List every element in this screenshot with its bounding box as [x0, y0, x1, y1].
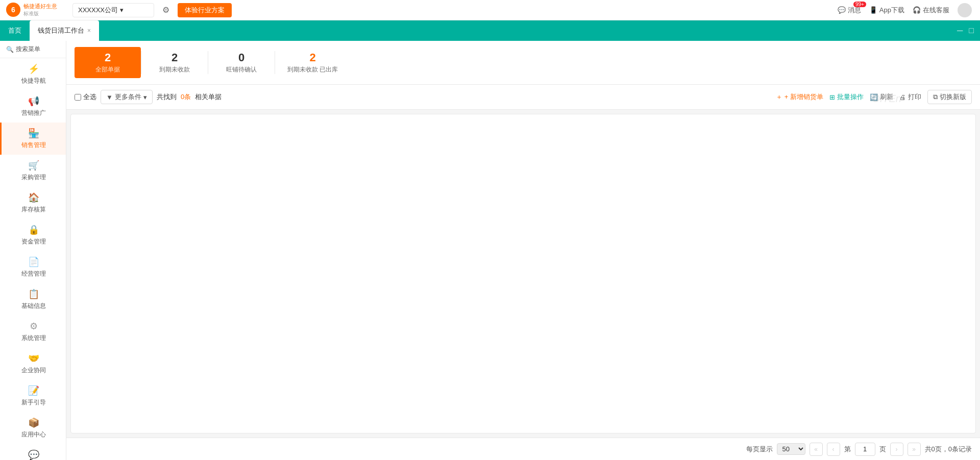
- sales-icon: 🏪: [28, 128, 39, 139]
- sidebar-item-basic-info-label: 基础信息: [21, 302, 46, 310]
- app-center-icon: 📦: [28, 417, 39, 428]
- purchase-icon: 🛒: [28, 160, 39, 171]
- filter-chevron-icon: ▾: [143, 93, 147, 101]
- guide-icon: 📝: [28, 385, 39, 396]
- chevron-down-icon: ▾: [120, 6, 124, 14]
- settings-button[interactable]: ⚙: [158, 3, 174, 18]
- stat-card-overdue[interactable]: 2 到期未收款: [141, 47, 208, 78]
- search-icon: 🔍: [6, 46, 14, 53]
- sidebar-item-app-center-label: 应用中心: [21, 430, 46, 439]
- batch-label: 批量操作: [837, 92, 864, 102]
- search-menu-item[interactable]: 🔍 搜索菜单: [0, 41, 66, 58]
- logo-title: 畅捷通好生意: [23, 3, 57, 10]
- select-all-checkbox[interactable]: 全选: [75, 92, 96, 102]
- sidebar-item-inventory[interactable]: 🏠 库存核算: [0, 187, 66, 219]
- company-name: XXXXXX公司: [78, 6, 118, 15]
- message-icon: 💬: [838, 6, 846, 14]
- company-selector[interactable]: XXXXXX公司 ▾: [72, 3, 154, 17]
- print-label: 打印: [908, 92, 921, 102]
- add-label: + 新增销货单: [785, 92, 823, 102]
- prev-page-button[interactable]: ‹: [827, 443, 840, 456]
- sidebar-item-enterprise[interactable]: 🤝 企业协同: [0, 348, 66, 380]
- basic-info-icon: 📋: [28, 288, 39, 300]
- select-all-label: 全选: [83, 92, 96, 102]
- sidebar-item-wechat[interactable]: 💬 企业微信: [0, 444, 66, 460]
- stats-row: 2 全部单据 2 到期未收款 0 旺铺待确认 2 到期未收款 已出库: [66, 41, 980, 85]
- sidebar-item-system[interactable]: ⚙ 系统管理: [0, 316, 66, 348]
- sidebar-item-quick-nav-label: 快捷导航: [21, 77, 46, 85]
- print-icon: 🖨: [899, 93, 906, 101]
- logo-badge: 标准版: [23, 10, 57, 17]
- maximize-window-button[interactable]: □: [967, 24, 976, 37]
- sidebar-item-sales-label: 销售管理: [21, 141, 46, 150]
- first-page-button[interactable]: «: [810, 443, 823, 456]
- sidebar-item-operation[interactable]: 📄 经营管理: [0, 251, 66, 283]
- stat-label-overdue: 到期未收款: [154, 65, 195, 74]
- sidebar-item-app-center[interactable]: 📦 应用中心: [0, 412, 66, 444]
- logo-area: 6 畅捷通好生意 标准版: [6, 3, 72, 17]
- sidebar-item-basic-info[interactable]: 📋 基础信息: [0, 283, 66, 316]
- home-tab[interactable]: 首页: [0, 20, 30, 41]
- message-badge: 99+: [853, 2, 866, 7]
- nav-right-buttons: ─ □: [955, 24, 980, 37]
- minimize-window-button[interactable]: ─: [955, 24, 965, 37]
- batch-operation-button[interactable]: ⊞ 批量操作: [829, 92, 864, 102]
- sidebar-item-marketing[interactable]: 📢 营销推广: [0, 90, 66, 123]
- message-button[interactable]: 💬 消息 99+: [838, 6, 861, 15]
- stat-label-shipped: 到期未收款 已出库: [287, 65, 338, 74]
- stat-num-shipped: 2: [287, 51, 338, 64]
- sidebar-item-guide[interactable]: 📝 新手引导: [0, 380, 66, 412]
- logo-icon: 6: [6, 3, 20, 17]
- add-icon: ＋: [776, 92, 782, 102]
- online-service-button[interactable]: 🎧 在线客服: [913, 6, 949, 15]
- online-service-label: 在线客服: [923, 6, 949, 15]
- app-download-button[interactable]: 📱 App下载: [869, 6, 904, 15]
- switch-version-button[interactable]: ⧉ 切换新版: [927, 90, 972, 104]
- refresh-button[interactable]: 🔄 刷新: [870, 92, 893, 102]
- workbench-tab-label: 钱货日清工作台: [38, 26, 84, 35]
- add-sale-order-button[interactable]: ＋ + 新增销货单: [776, 92, 823, 102]
- last-page-button[interactable]: »: [908, 443, 921, 456]
- find-suffix: 相关单据: [195, 92, 222, 102]
- batch-icon: ⊞: [829, 93, 835, 101]
- refresh-label: 刷新: [880, 92, 893, 102]
- sidebar: 🔍 搜索菜单 ⚡ 快捷导航 📢 营销推广 🏪 销售管理 🛒 采购管理 🏠 库存核…: [0, 41, 66, 460]
- pagination-bar: 每页显示 50 100 200 « ‹ 第 页 › » 共0页，0条记录: [66, 438, 980, 460]
- close-tab-icon[interactable]: ×: [87, 27, 91, 34]
- sidebar-item-finance[interactable]: 🔒 资金管理: [0, 219, 66, 251]
- stat-num-all: 2: [87, 51, 129, 64]
- sidebar-item-inventory-label: 库存核算: [21, 205, 46, 214]
- stat-card-shipped[interactable]: 2 到期未收款 已出库: [275, 47, 350, 78]
- refresh-icon: 🔄: [870, 93, 878, 101]
- quick-nav-icon: ⚡: [28, 63, 39, 75]
- trial-button[interactable]: 体验行业方案: [178, 3, 232, 17]
- marketing-icon: 📢: [28, 95, 39, 107]
- sidebar-item-operation-label: 经营管理: [21, 270, 46, 278]
- stat-card-all[interactable]: 2 全部单据: [75, 47, 141, 78]
- print-button[interactable]: 🖨 打印: [899, 92, 921, 102]
- next-page-button[interactable]: ›: [890, 443, 903, 456]
- search-menu-label: 搜索菜单: [16, 45, 40, 54]
- sidebar-item-purchase[interactable]: 🛒 采购管理: [0, 155, 66, 187]
- stat-num-pending: 0: [220, 51, 262, 64]
- page-input[interactable]: [855, 443, 875, 456]
- top-header: 6 畅捷通好生意 标准版 XXXXXX公司 ▾ ⚙ 体验行业方案 💬 消息 99…: [0, 0, 980, 20]
- sidebar-item-quick-nav[interactable]: ⚡ 快捷导航: [0, 58, 66, 90]
- filter-icon: ▼: [106, 93, 113, 101]
- filter-button[interactable]: ▼ 更多条件 ▾: [101, 90, 153, 104]
- sidebar-item-enterprise-label: 企业协同: [21, 366, 46, 375]
- finance-icon: 🔒: [28, 224, 39, 235]
- stat-card-pending[interactable]: 0 旺铺待确认: [208, 47, 275, 78]
- avatar-image: [958, 3, 972, 17]
- user-avatar[interactable]: [958, 3, 974, 17]
- enterprise-icon: 🤝: [28, 353, 39, 364]
- toolbar-right: ＋ + 新增销货单 ⊞ 批量操作 🔄 刷新 🖨 打印 ⧉ 切换新版: [776, 90, 972, 104]
- header-right: 💬 消息 99+ 📱 App下载 🎧 在线客服: [838, 3, 974, 17]
- workbench-tab[interactable]: 钱货日清工作台 ×: [30, 20, 99, 41]
- page-size-select[interactable]: 50 100 200: [777, 443, 805, 455]
- sidebar-item-system-label: 系统管理: [21, 334, 46, 343]
- sidebar-item-sales[interactable]: 🏪 销售管理: [0, 123, 66, 155]
- sidebar-item-finance-label: 资金管理: [21, 237, 46, 246]
- stat-label-pending: 旺铺待确认: [220, 65, 262, 74]
- select-all-input[interactable]: [75, 94, 81, 101]
